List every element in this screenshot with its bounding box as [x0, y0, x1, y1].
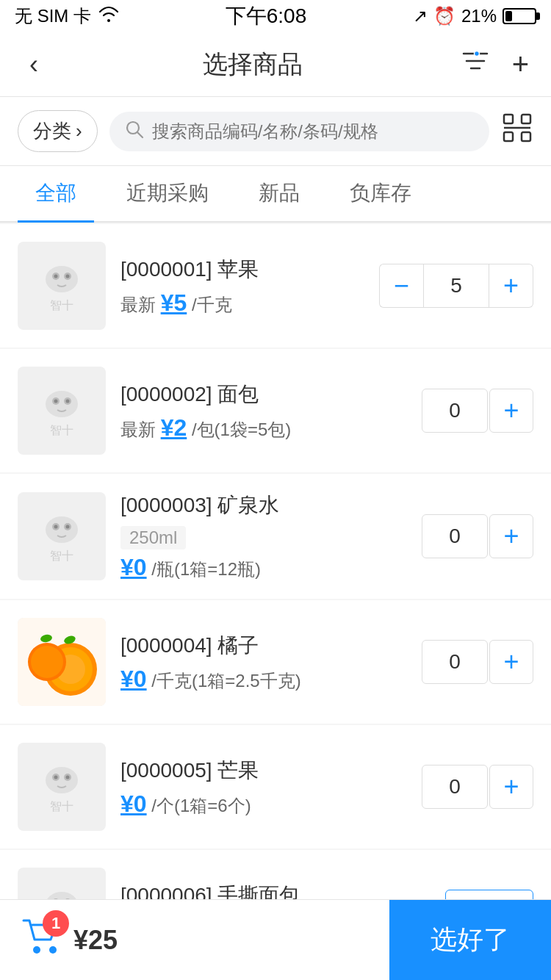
svg-line-5 [137, 132, 143, 137]
svg-point-19 [54, 399, 58, 403]
battery-percent: 21% [461, 6, 497, 26]
svg-rect-6 [504, 115, 513, 123]
add-icon[interactable]: + [512, 48, 529, 81]
svg-point-45 [49, 946, 57, 954]
svg-rect-10 [522, 132, 530, 141]
list-item: [0000004] 橘子 ¥0 /千克(1箱=2.5千克) + [0, 600, 551, 724]
svg-point-14 [54, 274, 58, 278]
quantity-increase-button[interactable]: + [489, 765, 533, 809]
search-box [109, 112, 489, 151]
product-qty-0000001: − + [379, 264, 533, 308]
product-price: ¥0 /个(1箱=6个) [120, 790, 407, 818]
product-image-0000002: 智十 [18, 367, 106, 455]
status-right: ↗ ⏰ 21% [413, 6, 536, 26]
product-price: 最新 ¥2 /包(1袋=5包) [120, 414, 407, 442]
price-value: ¥0 [120, 790, 147, 817]
confirm-button[interactable]: 选好了 [389, 900, 551, 981]
price-unit: /包(1袋=5包) [192, 419, 291, 439]
product-price: 最新 ¥5 /千克 [120, 289, 364, 317]
quantity-input[interactable] [423, 264, 489, 308]
svg-point-25 [66, 525, 70, 528]
product-price: ¥0 /瓶(1箱=12瓶) [120, 554, 407, 581]
svg-point-11 [46, 266, 78, 292]
search-icon [124, 119, 145, 144]
placeholder-text: 智十 [50, 298, 73, 314]
price-unit: /瓶(1箱=12瓶) [151, 559, 261, 579]
price-value: ¥0 [120, 666, 147, 692]
product-image-0000004 [18, 618, 106, 706]
product-info-0000003: [0000003] 矿泉水 250ml ¥0 /瓶(1箱=12瓶) [120, 491, 407, 581]
product-image-0000005: 智十 [18, 743, 106, 831]
category-button[interactable]: 分类 › [18, 110, 98, 152]
category-chevron-icon: › [76, 120, 82, 143]
status-time: 下午6:08 [226, 2, 307, 30]
product-name: [0000003] 矿泉水 [120, 491, 407, 519]
quantity-decrease-button[interactable]: − [379, 264, 423, 308]
battery-icon [503, 8, 536, 24]
placeholder-text: 智十 [50, 799, 73, 815]
filter-bar: 分类 › [0, 97, 551, 166]
price-label: 最新 [120, 295, 161, 314]
placeholder-text: 智十 [50, 549, 73, 564]
product-image-0000003: 智十 [18, 492, 106, 580]
product-info-0000005: [0000005] 芒果 ¥0 /个(1箱=6个) [120, 757, 407, 818]
quantity-increase-button[interactable]: + [489, 640, 533, 684]
product-name: [0000004] 橘子 [120, 632, 407, 660]
product-info-0000001: [0000001] 苹果 最新 ¥5 /千克 [120, 256, 364, 317]
svg-point-31 [31, 646, 63, 678]
product-qty-0000003: + [422, 514, 533, 558]
tab-recent[interactable]: 近期采购 [109, 166, 226, 223]
quantity-increase-button[interactable]: + [489, 264, 533, 308]
list-item: 智十 [0000001] 苹果 最新 ¥5 /千克 − + [0, 224, 551, 347]
product-list: 智十 [0000001] 苹果 最新 ¥5 /千克 − + [0, 224, 551, 980]
product-name: [0000005] 芒果 [120, 757, 407, 785]
tab-bar: 全部 近期采购 新品 负库存 [0, 166, 551, 223]
svg-rect-8 [522, 115, 530, 123]
cart-badge: 1 [43, 910, 69, 937]
category-label: 分类 [33, 118, 71, 144]
price-unit: /个(1箱=6个) [151, 796, 251, 815]
svg-point-38 [66, 775, 70, 779]
page-title: 选择商品 [203, 48, 303, 82]
price-unit: /千克(1箱=2.5千克) [151, 671, 300, 691]
cart-total: ¥25 [73, 925, 118, 956]
price-value: ¥0 [120, 554, 147, 580]
price-value: ¥2 [161, 414, 187, 441]
tab-negative[interactable]: 负库存 [332, 166, 429, 223]
quantity-increase-button[interactable]: + [489, 389, 533, 433]
quantity-input[interactable] [422, 389, 488, 433]
quantity-input[interactable] [422, 640, 488, 684]
tab-all[interactable]: 全部 [18, 166, 94, 223]
status-left: 无 SIM 卡 [15, 4, 119, 28]
bottom-bar: 1 ¥25 选好了 [0, 899, 551, 980]
scan-icon[interactable] [501, 112, 533, 151]
product-info-0000002: [0000002] 面包 最新 ¥2 /包(1袋=5包) [120, 381, 407, 442]
location-icon: ↗ [413, 6, 428, 26]
placeholder-text: 智十 [50, 423, 73, 439]
list-item: 智十 [0000005] 芒果 ¥0 /个(1箱=6个) + [0, 725, 551, 849]
nav-bar: ‹ 选择商品 + [0, 32, 551, 97]
alarm-icon: ⏰ [433, 6, 455, 26]
svg-rect-7 [504, 132, 513, 141]
quantity-input[interactable] [422, 765, 488, 809]
price-unit: /千克 [192, 295, 232, 314]
quantity-input[interactable] [422, 514, 488, 558]
tab-new[interactable]: 新品 [241, 166, 317, 223]
filter-icon[interactable] [461, 48, 490, 81]
back-button[interactable]: ‹ [22, 42, 46, 87]
cart-section: 1 ¥25 [0, 918, 389, 963]
status-bar: 无 SIM 卡 下午6:08 ↗ ⏰ 21% [0, 0, 551, 32]
product-image-0000001: 智十 [18, 242, 106, 330]
wifi-icon [98, 6, 119, 26]
svg-point-15 [66, 274, 70, 278]
svg-point-3 [474, 51, 479, 57]
search-input[interactable] [152, 121, 475, 142]
product-qty-0000002: + [422, 389, 533, 433]
price-value: ¥5 [161, 289, 187, 316]
svg-point-34 [46, 767, 78, 793]
cart-icon-wrap[interactable]: 1 [22, 918, 62, 963]
svg-point-37 [54, 775, 58, 779]
quantity-increase-button[interactable]: + [489, 514, 533, 558]
svg-point-16 [46, 391, 78, 417]
product-info-0000004: [0000004] 橘子 ¥0 /千克(1箱=2.5千克) [120, 632, 407, 693]
